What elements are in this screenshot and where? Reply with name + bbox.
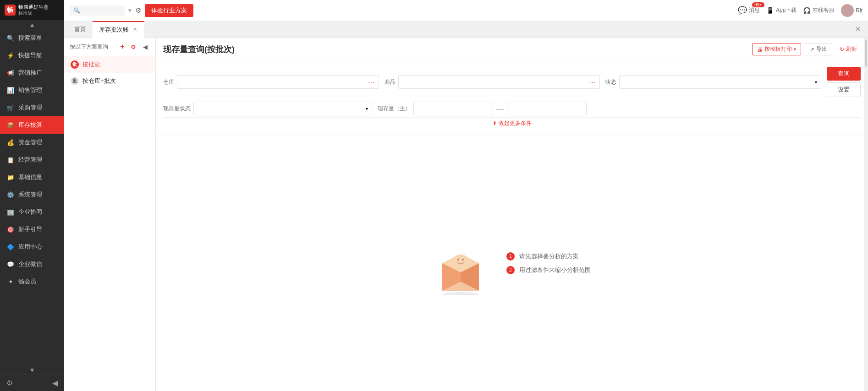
sales-icon: 📊: [6, 86, 15, 94]
trial-industry-button[interactable]: 体验行业方案: [145, 4, 193, 17]
app-download-item[interactable]: 📱 App下载: [766, 6, 797, 14]
guide-icon: 🎯: [6, 225, 15, 234]
sidebar-item-appstore[interactable]: 🔷 应用中心: [0, 238, 64, 255]
sidebar-item-quick-nav[interactable]: ⚡ 快捷导航: [0, 47, 64, 64]
export-icon: ↗: [810, 46, 814, 53]
sidebar-scroll-up[interactable]: ▲: [0, 20, 64, 29]
inventory-qty-range: —: [413, 102, 587, 115]
close-all-tabs-button[interactable]: ✕: [851, 25, 864, 33]
empty-step-1: 1 请先选择要分析的方案: [506, 252, 591, 261]
status-select[interactable]: ▾: [619, 75, 821, 89]
wechat-icon: 💬: [6, 260, 15, 268]
sidebar-item-system[interactable]: ⚙️ 系统管理: [0, 186, 64, 203]
plan-batch-icon: 批: [71, 60, 79, 69]
collapse-sidebar-icon[interactable]: ◀: [52, 379, 58, 387]
page-title-row: 现存量查询(按批次) 🖨 按模板打印 ▾ ↗ 导出 ↻: [163, 43, 861, 55]
settings-button[interactable]: 设置: [827, 82, 861, 97]
sidebar-item-label: 新手引导: [18, 225, 42, 234]
sidebar-item-inventory[interactable]: 📦 库存核算: [0, 116, 64, 134]
message-icon: 💬: [738, 6, 747, 15]
empty-step-2: 2 用过滤条件来缩小分析范围: [506, 266, 591, 274]
plan-settings-icon[interactable]: ⚙: [129, 42, 138, 51]
inventory-qty-label: 现存量（主）: [378, 105, 411, 113]
page-title: 现存量查询(按批次): [163, 44, 235, 55]
page-actions: 🖨 按模板打印 ▾ ↗ 导出 ↻ 刷新: [752, 43, 861, 55]
main-area: 🔍 ▾ ⚙ 体验行业方案 💬 消息 99+ 📱 App下载 🎧 在线客服 Rit: [64, 0, 868, 391]
svg-point-6: [462, 259, 464, 261]
sidebar-item-label: 快捷导航: [18, 51, 42, 60]
appstore-icon: 🔷: [6, 243, 15, 251]
online-service-item[interactable]: 🎧 在线客服: [803, 6, 835, 14]
sidebar-item-enterprise[interactable]: 🏢 企业协同: [0, 203, 64, 221]
sidebar-item-label: 搜索菜单: [18, 34, 42, 42]
sidebar-item-member[interactable]: ✦ 畅会员: [0, 273, 64, 290]
refresh-button[interactable]: ↻ 刷新: [836, 43, 861, 55]
right-scrollbar[interactable]: [864, 38, 868, 391]
sidebar-item-basic[interactable]: 📁 基础信息: [0, 168, 64, 186]
inventory-qty-max-input[interactable]: [507, 102, 587, 115]
tab-inventory-batch-label: 库存批次账: [99, 26, 129, 34]
sidebar-item-label: 采购管理: [18, 103, 42, 112]
tab-home[interactable]: 首页: [68, 21, 93, 38]
left-panel-collapse-icon[interactable]: ◀: [141, 42, 150, 51]
warehouse-label: 仓库: [163, 78, 174, 86]
settings-footer-icon[interactable]: ⚙: [6, 379, 13, 387]
user-avatar-item[interactable]: Rit: [841, 4, 863, 17]
status-label: 状态: [605, 78, 616, 86]
inventory-status-select[interactable]: ▾: [193, 102, 372, 115]
empty-state: 1 请先选择要分析的方案 2 用过滤条件来缩小分析范围: [156, 135, 868, 391]
empty-steps: 1 请先选择要分析的方案 2 用过滤条件来缩小分析范围: [506, 252, 591, 274]
inventory-status-chevron-icon: ▾: [366, 106, 368, 111]
add-plan-button[interactable]: +: [118, 42, 127, 51]
topbar-search-input[interactable]: [82, 7, 119, 14]
plan-item-batch[interactable]: 批 按批次: [64, 56, 155, 73]
step-2-number: 2: [506, 266, 515, 274]
sidebar-footer: ⚙ ◀: [0, 375, 64, 391]
user-avatar: [841, 4, 854, 17]
left-panel-header: 按以下方案查询 + ⚙ ◀: [64, 38, 155, 56]
svg-point-4: [452, 255, 469, 267]
sidebar-scroll-down[interactable]: ▼: [0, 365, 64, 375]
topbar-gear-icon[interactable]: ⚙: [135, 6, 141, 15]
topbar-search-icon: 🔍: [73, 7, 80, 14]
sidebar-item-label: 企业协同: [18, 208, 42, 216]
sidebar-item-wechat[interactable]: 💬 企业微信: [0, 255, 64, 273]
export-label: 导出: [816, 45, 827, 53]
warehouse-filter: 仓库 ···: [163, 75, 379, 89]
sidebar-item-guide[interactable]: 🎯 新手引导: [0, 221, 64, 238]
enterprise-icon: 🏢: [6, 208, 15, 216]
messages-item[interactable]: 💬 消息 99+: [738, 6, 760, 15]
sidebar-item-sales[interactable]: 📊 销售管理: [0, 81, 64, 99]
step-1-text: 请先选择要分析的方案: [519, 252, 579, 261]
plan-warehouse-batch-icon: 批: [71, 77, 79, 85]
tabs-bar: 首页 库存批次账 ✕ ✕: [64, 21, 868, 38]
sidebar-item-search[interactable]: 🔍 搜索菜单: [0, 29, 64, 47]
sidebar-nav: 🔍 搜索菜单 ⚡ 快捷导航 📢 营销推广 📊 销售管理 🛒 采购管理 📦 库存核…: [0, 29, 64, 365]
print-button[interactable]: 🖨 按模板打印 ▾: [752, 43, 801, 55]
plan-item-warehouse-batch[interactable]: 批 按仓库+批次: [64, 73, 155, 89]
warehouse-input[interactable]: ···: [177, 75, 379, 89]
right-panel: 现存量查询(按批次) 🖨 按模板打印 ▾ ↗ 导出 ↻: [156, 38, 868, 391]
sidebar-item-marketing[interactable]: 📢 营销推广: [0, 64, 64, 81]
tab-home-label: 首页: [74, 25, 86, 33]
tab-inventory-batch[interactable]: 库存批次账 ✕: [93, 21, 144, 38]
query-button[interactable]: 查询: [827, 67, 861, 81]
topbar-chevron-icon[interactable]: ▾: [128, 7, 132, 14]
search-icon: 🔍: [6, 34, 15, 42]
sidebar-item-purchase[interactable]: 🛒 采购管理: [0, 99, 64, 116]
export-button[interactable]: ↗ 导出: [805, 43, 832, 55]
collapse-up-icon: ⬆: [493, 120, 497, 126]
sidebar: 畅 畅康通好生意 标准版 ▲ 🔍 搜索菜单 ⚡ 快捷导航 📢 营销推广 📊 销售…: [0, 0, 64, 391]
tab-close-icon[interactable]: ✕: [132, 27, 138, 33]
left-panel-title: 按以下方案查询: [70, 43, 108, 51]
collapse-more-conditions[interactable]: ⬆ 收起更多条件: [163, 117, 861, 129]
sidebar-item-label: 畅会员: [18, 277, 36, 286]
inventory-qty-min-input[interactable]: [413, 102, 493, 115]
step-1-number: 1: [506, 252, 515, 261]
refresh-label: 刷新: [846, 45, 857, 53]
sidebar-item-finance[interactable]: 💰 资金管理: [0, 134, 64, 151]
product-input[interactable]: ···: [398, 75, 600, 89]
topbar-search-box[interactable]: 🔍: [70, 5, 125, 16]
sidebar-item-operations[interactable]: 📋 经营管理: [0, 151, 64, 168]
sidebar-item-label: 资金管理: [18, 138, 42, 147]
